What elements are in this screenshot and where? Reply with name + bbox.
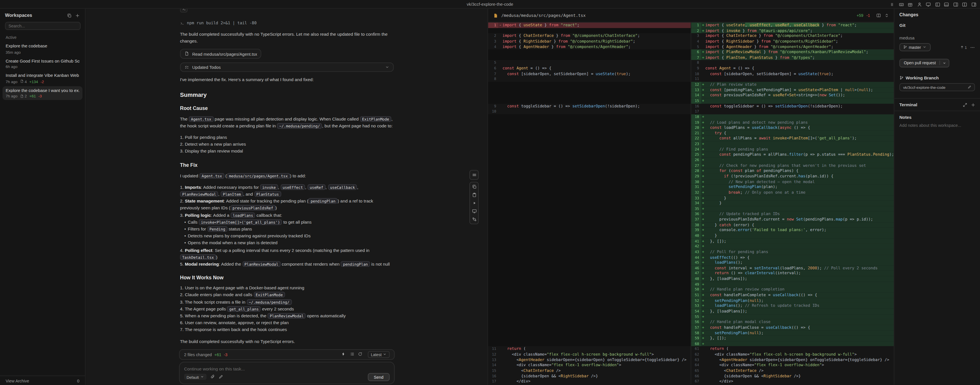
play-icon[interactable]	[471, 200, 477, 206]
view-archive-button[interactable]: View Archive	[6, 379, 77, 383]
search-input[interactable]	[5, 22, 80, 30]
message-composer[interactable]: Default Send	[179, 361, 395, 384]
diff-row: 11 return (61 return (	[488, 347, 894, 352]
diff-row: 43+ // Poll for pending plans	[488, 249, 894, 255]
tool-chip-partial[interactable]	[180, 9, 188, 13]
box-icon[interactable]	[907, 2, 913, 7]
diff-line: 53+ loadPlans(); // Refresh to update tr…	[691, 303, 894, 309]
sidebar-icon[interactable]	[971, 2, 976, 7]
list-item: 1. User is on the Agent page with a Dock…	[180, 285, 394, 292]
sub-list-item: •Detects new plans by comparing against …	[180, 232, 394, 240]
inline-code: Pending	[207, 226, 228, 232]
list-icon[interactable]	[350, 352, 354, 357]
command-row[interactable]: npm run build 2>&1 | tail -80	[180, 21, 394, 26]
list-item: 4. Polling effect: Set up a polling inte…	[180, 247, 394, 261]
changes-title: Changes	[899, 12, 975, 18]
code-text: const [pendingPlan, setPendingPlan] = us…	[705, 88, 894, 93]
diff-line: 56+ // Handle plan modal close	[691, 319, 894, 325]
sub-list-item: •Opens the modal when a new plan is dete…	[180, 240, 394, 247]
diff-line: 18+	[691, 114, 894, 120]
inline-code: PlanItem	[221, 191, 243, 197]
diff-line: 10	[488, 109, 691, 114]
diff-line: 57+ const handlePlanClose = useCallback(…	[691, 325, 894, 330]
columns-icon[interactable]	[962, 2, 967, 7]
diff-sign: +	[701, 114, 705, 120]
diff-line: 25+ const pendingPlans = allPlans.filter…	[691, 152, 894, 158]
terminal-expand-button[interactable]	[963, 102, 967, 107]
tool-row[interactable]: Read medusa/src/pages/Agent.tsx	[180, 49, 261, 59]
diff-sign	[701, 44, 705, 49]
diff-filler	[488, 287, 691, 293]
message-input[interactable]	[184, 365, 390, 373]
file-code-icon	[493, 13, 498, 18]
workspace-title: Explore the codebase I want you to ex...	[6, 88, 80, 92]
bolt-icon[interactable]	[341, 352, 346, 357]
diff-row: 44+ useEffect(() => {	[488, 255, 894, 260]
diff-row: 33+ }	[488, 196, 894, 201]
open-pr-button[interactable]: Open pull request	[899, 59, 950, 67]
latest-dropdown[interactable]: Latest	[368, 351, 390, 358]
inline-code: medusa/src/pages/Agent.tsx	[227, 173, 290, 178]
diff-sign: +	[701, 158, 705, 163]
panel-right-icon[interactable]	[953, 2, 958, 7]
diff-row: 40+ }	[488, 233, 894, 239]
code-text: }	[705, 196, 894, 201]
paperclip-icon[interactable]	[210, 374, 215, 380]
chevrons-icon[interactable]	[884, 13, 889, 18]
diff-row: 23+	[488, 142, 894, 147]
chat-paragraph: I updated Agent.tsx (medusa/src/pages/Ag…	[180, 172, 394, 179]
diff-filler	[488, 244, 691, 249]
list-item: 2. Detect when a new plan arrives	[180, 141, 394, 148]
diff-row: 13+ const [pendingPlan, setPendingPlan] …	[488, 88, 894, 93]
workspace-item[interactable]: Explore the codebase35m ago	[3, 42, 83, 56]
sidebar-header-actions	[67, 13, 80, 18]
tool-row[interactable]: Updated Todos	[180, 62, 394, 72]
refresh-icon[interactable]	[358, 352, 363, 357]
pen-icon[interactable]	[218, 374, 223, 380]
line-number: 10	[488, 109, 498, 114]
code-text: return () => clearInterval(interval);	[705, 271, 894, 276]
model-selector[interactable]: Default	[184, 374, 206, 380]
list-item: 5. When a new pending plan is detected, …	[180, 312, 394, 320]
workspaces-sidebar: Workspaces Active Explore the codebase35…	[0, 9, 86, 385]
terminal-add-button[interactable]	[970, 102, 975, 107]
workspace-item[interactable]: Explore the codebase I want you to ex...…	[3, 86, 83, 100]
pause-icon[interactable]	[889, 2, 895, 7]
diff-filler	[488, 298, 691, 303]
monitor-icon[interactable]	[471, 209, 477, 214]
panel-bottom-icon[interactable]	[944, 2, 949, 7]
send-button[interactable]: Send	[368, 373, 390, 381]
branch-selector[interactable]: master	[899, 43, 930, 51]
chat-scroll-area[interactable]: npm run build 2>&1 | tail -80The build c…	[86, 9, 487, 348]
line-number: 59	[691, 336, 701, 341]
git-compare-icon[interactable]	[471, 217, 477, 222]
more-options-button[interactable]	[970, 45, 975, 50]
line-number: 26	[691, 158, 701, 163]
code-text: import { RightSidebar } from "@/componen…	[503, 38, 690, 44]
diff-line: 9 const toggleSidebar = () => setSidebar…	[488, 103, 691, 109]
code-text: return (	[503, 347, 690, 352]
line-number: 60	[691, 341, 701, 347]
pr-options-chevron[interactable]	[940, 61, 949, 65]
clipboard-icon[interactable]	[471, 192, 477, 198]
diff-file-path: /medusa/medusa/src/pages/Agent.tsx	[501, 13, 585, 18]
workspace-item[interactable]: Install and integrate Vibe Kanban Web...…	[3, 71, 83, 85]
notes-input[interactable]: Add notes about this workspace...	[899, 123, 975, 127]
working-branch-field[interactable]: vk/3ccf-explore-the-code	[899, 83, 975, 91]
copy-icon[interactable]	[471, 184, 477, 189]
menu-icon[interactable]	[471, 172, 477, 178]
monitor-icon[interactable]	[926, 2, 931, 7]
user-icon[interactable]	[916, 2, 922, 7]
diff-body[interactable]: 1-import { useState } from "react";1+imp…	[488, 22, 894, 385]
columns-icon[interactable]	[876, 13, 881, 18]
panel-left-icon[interactable]	[935, 2, 940, 7]
diff-sign: +	[701, 330, 705, 336]
ordered-list: 1. User is on the Agent page with a Dock…	[180, 285, 394, 334]
copy-icon[interactable]	[67, 13, 72, 18]
code-text: // Load plans and detect new pending pla…	[705, 120, 894, 125]
plus-icon[interactable]	[75, 13, 80, 18]
keyboard-icon[interactable]	[899, 2, 904, 7]
workspace-item[interactable]: Create Good First Issues on Github So...…	[3, 57, 83, 70]
diff-sign	[498, 352, 502, 357]
line-number: 8	[488, 76, 498, 82]
